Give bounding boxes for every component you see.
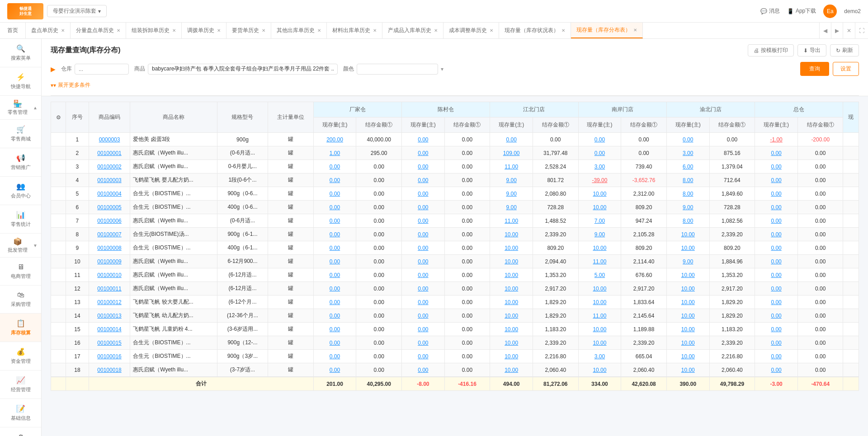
table-cell[interactable]: 0.00	[313, 160, 356, 173]
tab-close-icon[interactable]: ✕	[117, 28, 120, 33]
table-cell[interactable]: 10.00	[490, 268, 533, 282]
table-cell[interactable]: 10.00	[666, 363, 709, 377]
table-cell[interactable]: 00100004	[89, 187, 130, 201]
warehouse-input[interactable]	[75, 64, 129, 75]
table-cell[interactable]: 9.00	[666, 255, 709, 268]
table-cell[interactable]: 0.00	[401, 173, 444, 187]
table-cell[interactable]: 0.00	[755, 173, 798, 187]
table-cell[interactable]: 10.00	[490, 241, 533, 255]
table-cell[interactable]: 0.00	[313, 255, 356, 268]
table-cell[interactable]: 00100018	[89, 363, 130, 377]
tab-close-icon[interactable]: ✕	[217, 28, 221, 33]
tab-assemble-history[interactable]: 组装拆卸单历史 ✕	[126, 23, 182, 38]
table-cell[interactable]: 10.00	[490, 363, 533, 377]
table-cell[interactable]: 0.00	[401, 363, 444, 377]
tab-stock-status[interactable]: 现存量（库存状况表） ✕	[499, 23, 571, 38]
tab-close-all-button[interactable]: ✕	[843, 23, 855, 39]
table-cell[interactable]: 10.00	[578, 241, 621, 255]
sidebar-item-operation[interactable]: 📈 经营管理	[0, 370, 41, 399]
table-cell[interactable]: 7.00	[578, 214, 621, 228]
table-cell[interactable]: 0.00	[401, 228, 444, 241]
tab-close-icon[interactable]: ✕	[172, 28, 176, 33]
table-cell[interactable]: 10.00	[666, 309, 709, 323]
table-cell[interactable]: 8.00	[666, 214, 709, 228]
user-avatar[interactable]: Ea	[823, 5, 837, 18]
color-dropdown-icon[interactable]: ▾	[441, 66, 443, 72]
table-cell[interactable]: 9.00	[666, 201, 709, 214]
table-cell[interactable]: 0.00	[313, 282, 356, 295]
table-cell[interactable]: 10.00	[578, 201, 621, 214]
tab-stock-dist[interactable]: 现存量（库存分布表） ✕	[571, 23, 643, 38]
table-cell[interactable]: 10.00	[578, 363, 621, 377]
table-cell[interactable]: 0.00	[755, 295, 798, 309]
table-cell[interactable]: 9.00	[578, 228, 621, 241]
refresh-button[interactable]: ↻ 刷新	[830, 44, 859, 56]
table-cell[interactable]: 0.00	[755, 241, 798, 255]
table-cell[interactable]: 0.00	[313, 214, 356, 228]
table-cell[interactable]: 0.00	[755, 336, 798, 350]
table-cell[interactable]: 10.00	[666, 282, 709, 295]
table-cell[interactable]: 8.00	[666, 173, 709, 187]
sidebar-item-basic-info[interactable]: 📝 基础信息	[0, 399, 41, 427]
query-button[interactable]: 查询	[800, 62, 829, 76]
table-cell[interactable]: 0.00	[755, 255, 798, 268]
tab-spot-history[interactable]: 盘点单历史 ✕	[26, 23, 71, 38]
table-cell[interactable]: 8.00	[666, 187, 709, 201]
table-cell[interactable]: 10.00	[666, 268, 709, 282]
sidebar-item-purchase[interactable]: 🛍 采购管理	[0, 286, 41, 314]
table-cell[interactable]: 11.00	[578, 309, 621, 323]
table-cell[interactable]: 0.00	[401, 214, 444, 228]
print-button[interactable]: 🖨 按模板打印	[748, 44, 794, 56]
tab-close-icon[interactable]: ✕	[373, 28, 377, 33]
sidebar-item-search[interactable]: 🔍 搜索英单	[0, 39, 41, 67]
table-cell[interactable]: 10.00	[666, 295, 709, 309]
table-cell[interactable]: 10.00	[578, 295, 621, 309]
sidebar-item-retail-mgmt[interactable]: 🏪 零售管理 ▲	[0, 96, 41, 120]
table-cell[interactable]: 10.00	[490, 295, 533, 309]
table-cell[interactable]: 10.00	[578, 323, 621, 336]
table-cell[interactable]: 0.00	[755, 268, 798, 282]
table-cell[interactable]: 0000003	[89, 133, 130, 146]
table-cell[interactable]: 0.00	[401, 255, 444, 268]
table-cell[interactable]: 200.00	[313, 133, 356, 146]
tab-close-icon[interactable]: ✕	[561, 28, 565, 33]
table-cell[interactable]: 0.00	[755, 323, 798, 336]
sidebar-item-quick-nav[interactable]: ⚡ 快捷导航	[0, 67, 41, 96]
table-cell[interactable]: 0.00	[401, 336, 444, 350]
table-cell[interactable]: 10.00	[578, 282, 621, 295]
table-cell[interactable]: 0.00	[401, 295, 444, 309]
tab-home[interactable]: 首页	[0, 23, 26, 38]
table-cell[interactable]: 3.00	[666, 146, 709, 160]
table-cell[interactable]: 0.00	[401, 201, 444, 214]
table-cell[interactable]: 0.00	[666, 133, 709, 146]
sidebar-item-ecommerce[interactable]: 🖥 电商管理	[0, 258, 41, 286]
table-cell[interactable]: 00100012	[89, 295, 130, 309]
table-cell[interactable]: 00100016	[89, 350, 130, 363]
table-cell[interactable]: 0.00	[313, 363, 356, 377]
tab-close-icon[interactable]: ✕	[490, 28, 493, 33]
sidebar-item-member[interactable]: 👥 会员中心	[0, 177, 41, 205]
table-cell[interactable]: 0.00	[401, 160, 444, 173]
col-settings-header[interactable]: ⚙	[51, 102, 66, 133]
tab-transfer-history[interactable]: 调拨单历史 ✕	[182, 23, 226, 38]
table-cell[interactable]: 00100011	[89, 282, 130, 295]
table-cell[interactable]: 10.00	[666, 228, 709, 241]
settings-button[interactable]: 设置	[833, 62, 859, 76]
table-cell[interactable]: 0.00	[313, 228, 356, 241]
table-cell[interactable]: 0.00	[755, 201, 798, 214]
tab-next-button[interactable]: ▶	[831, 23, 843, 39]
table-cell[interactable]: 10.00	[666, 241, 709, 255]
table-cell[interactable]: 0.00	[401, 323, 444, 336]
sidebar-item-finance[interactable]: 💰 资金管理	[0, 342, 41, 370]
table-cell[interactable]: 0.00	[313, 173, 356, 187]
table-cell[interactable]: 00100007	[89, 228, 130, 241]
table-cell[interactable]: 0.00	[313, 268, 356, 282]
table-cell[interactable]: 6.00	[666, 160, 709, 173]
table-cell[interactable]: 0.00	[490, 133, 533, 146]
table-cell[interactable]: 0.00	[755, 228, 798, 241]
table-cell[interactable]: 10.00	[490, 282, 533, 295]
tab-cost-adjust-history[interactable]: 成本调整单历史 ✕	[443, 23, 499, 38]
table-cell[interactable]: 00100002	[89, 160, 130, 173]
table-cell[interactable]: 00100015	[89, 336, 130, 350]
sidebar-item-retail-shop[interactable]: 🛒 零售商城	[0, 120, 41, 148]
